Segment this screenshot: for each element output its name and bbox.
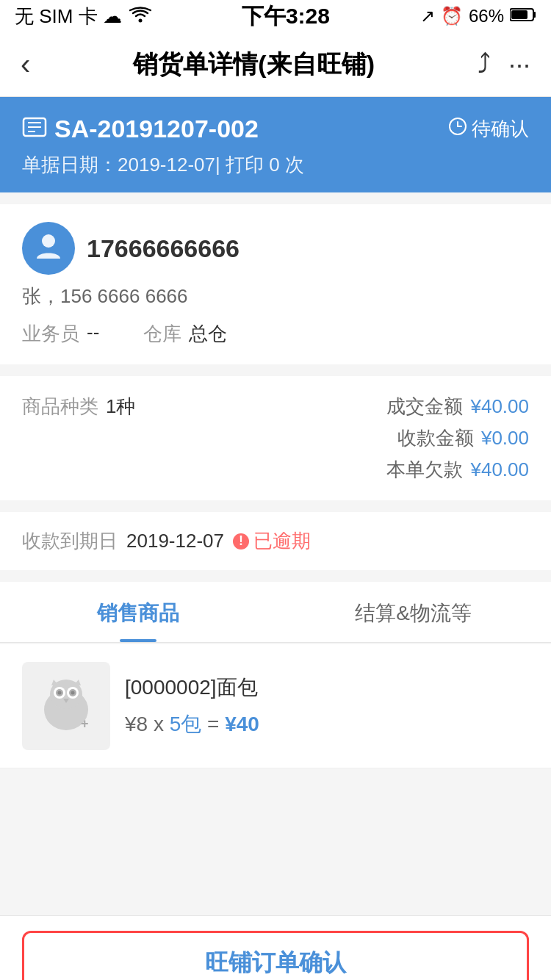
payment-value: ¥0.00 <box>481 427 529 450</box>
table-row: + [0000002]面包 ¥8 x 5包 = ¥40 <box>0 644 551 768</box>
empty-area <box>0 768 551 915</box>
product-total: ¥40 <box>225 713 259 735</box>
sim-text: 无 SIM 卡 ☁ <box>15 4 122 29</box>
order-status: 待确认 <box>448 116 529 142</box>
svg-rect-3 <box>511 10 527 19</box>
deal-label: 成交金额 <box>386 394 463 419</box>
svg-point-0 <box>138 18 142 22</box>
due-date: 2019-12-07 <box>126 530 224 552</box>
warehouse-value: 总仓 <box>189 321 227 347</box>
due-date-card: 收款到期日 2019-12-07 ! 已逾期 <box>0 512 551 570</box>
location-icon: ↗ <box>420 6 435 26</box>
status-right: ↗ ⏰ 66% <box>420 6 536 26</box>
customer-phone: 17666666666 <box>87 234 240 263</box>
order-date: 单据日期：2019-12-07| 打印 0 次 <box>22 152 529 178</box>
tab-settlement[interactable]: 结算&物流等 <box>276 582 551 642</box>
type-label: 商品种类 <box>22 394 98 419</box>
status-left: 无 SIM 卡 ☁ <box>15 4 151 29</box>
battery-icon <box>510 6 536 26</box>
order-icon <box>22 115 47 143</box>
avatar <box>22 222 75 275</box>
battery-text: 66% <box>469 6 504 26</box>
product-image: + <box>29 669 103 743</box>
customer-name: 张，156 6666 6666 <box>22 284 529 309</box>
summary-amounts: 成交金额 ¥40.00 收款金额 ¥0.00 本单欠款 ¥40.00 <box>386 394 529 483</box>
customer-card: 17666666666 张，156 6666 6666 业务员 -- 仓库 总仓 <box>0 204 551 364</box>
svg-text:+: + <box>81 716 89 731</box>
status-time: 下午3:28 <box>242 1 330 32</box>
back-button[interactable]: ‹ <box>21 48 30 81</box>
svg-rect-2 <box>533 12 536 18</box>
confirm-order-button[interactable]: 旺铺订单确认 <box>22 931 529 980</box>
clock-icon <box>448 117 467 141</box>
nav-actions: ⤴ ··· <box>478 49 530 80</box>
status-text: 待确认 <box>472 116 529 142</box>
tab-underline <box>120 639 156 642</box>
product-price: ¥8 x 5包 = ¥40 <box>125 710 259 738</box>
sales-label: 业务员 <box>22 321 79 347</box>
tabs-container: 销售商品 结算&物流等 <box>0 582 551 643</box>
deal-value: ¥40.00 <box>470 395 529 418</box>
nav-bar: ‹ 销货单详情(来自旺铺) ⤴ ··· <box>0 32 551 97</box>
alarm-icon: ⏰ <box>441 6 463 26</box>
due-label: 收款到期日 <box>22 528 118 554</box>
warehouse-label: 仓库 <box>143 321 181 347</box>
more-icon[interactable]: ··· <box>508 49 530 80</box>
product-qty: 5包 <box>170 713 202 735</box>
payment-label: 收款金额 <box>397 425 474 451</box>
product-thumbnail: + <box>22 662 110 750</box>
product-list: + [0000002]面包 ¥8 x 5包 = ¥40 <box>0 644 551 768</box>
svg-point-11 <box>42 234 55 248</box>
overdue-dot-icon: ! <box>233 533 249 550</box>
product-info: [0000002]面包 ¥8 x 5包 = ¥40 <box>125 662 259 750</box>
overdue-text: 已逾期 <box>253 528 311 554</box>
svg-point-19 <box>71 691 75 695</box>
order-header: SA-20191207-002 待确认 单据日期：2019-12-07| 打印 … <box>0 97 551 192</box>
overdue-badge: ! 已逾期 <box>233 528 311 554</box>
sales-value: -- <box>87 321 99 347</box>
product-name: [0000002]面包 <box>125 674 259 702</box>
type-value: 1种 <box>106 394 135 419</box>
debt-label: 本单欠款 <box>386 457 463 483</box>
status-bar: 无 SIM 卡 ☁ 下午3:28 ↗ ⏰ 66% <box>0 0 551 32</box>
tab-sales-products[interactable]: 销售商品 <box>0 582 276 642</box>
wifi-icon <box>129 5 151 28</box>
customer-meta: 业务员 -- 仓库 总仓 <box>22 321 529 347</box>
order-id: SA-20191207-002 <box>22 115 259 143</box>
debt-value: ¥40.00 <box>470 458 529 481</box>
summary-card: 商品种类 1种 成交金额 ¥40.00 收款金额 ¥0.00 本单欠款 ¥40.… <box>0 376 551 500</box>
share-icon[interactable]: ⤴ <box>478 49 491 80</box>
user-icon <box>34 231 63 267</box>
svg-point-16 <box>58 691 62 695</box>
bottom-area: 旺铺订单确认 <box>0 915 551 980</box>
page-title: 销货单详情(来自旺铺) <box>133 48 375 82</box>
